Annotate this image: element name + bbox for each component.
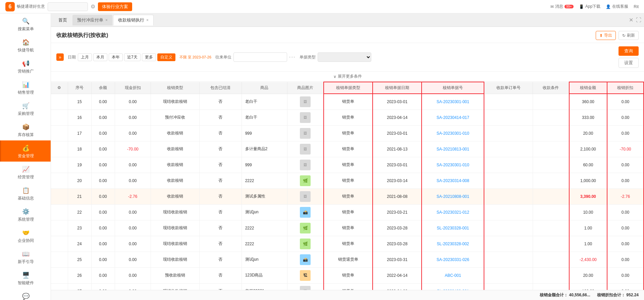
sidebar-item-guide[interactable]: 📖 新手引导	[0, 246, 51, 267]
sidebar-item-nav[interactable]: 🏠 快捷导航	[0, 35, 51, 56]
maximize-action[interactable]: ⛶	[636, 17, 641, 23]
cell-verify-no[interactable]: SA-20230301-010	[422, 157, 484, 173]
sidebar-item-finance[interactable]: 💰 资金管理	[0, 140, 51, 162]
cell-verify-no[interactable]: SL-20230328-002	[422, 236, 484, 252]
table-footer: 核销金额合计： 40,556,66... 核销折扣合计： 952.24	[51, 290, 644, 300]
cell-verify-no[interactable]: SA-20230314-008	[422, 173, 484, 188]
search-input[interactable]	[48, 2, 88, 11]
cell-no: 16	[68, 110, 91, 125]
export-button[interactable]: ⬆ 导出	[596, 31, 616, 40]
cell-verify-date: 2023-04-14	[373, 110, 422, 125]
sidebar-item-wechat[interactable]: 💬 企业微信	[0, 289, 51, 300]
cell-settings	[51, 94, 68, 110]
verify-no-link[interactable]: SA-20230414-017	[437, 115, 469, 120]
cell-settings	[51, 220, 68, 236]
search-icon: 🔍	[22, 17, 30, 25]
cell-no: 20	[68, 173, 91, 188]
col-receipt-condition: 收款条件	[533, 82, 569, 94]
verify-no-link[interactable]: SL-20230328-001	[437, 226, 469, 230]
sidebar-item-operation[interactable]: 📈 经营管理	[0, 162, 51, 183]
cell-verify-no[interactable]: SA-20230321-012	[422, 204, 484, 220]
cell-settings	[51, 141, 68, 157]
wechat-icon: 💬	[22, 293, 30, 300]
table-container[interactable]: ⚙ 序号 余额 现金折扣 核销类型 包含已结清 商品 商品图片 核销单据类型 核…	[51, 82, 644, 290]
sidebar-item-search[interactable]: 🔍 搜索菜单	[0, 13, 51, 35]
verify-no-link[interactable]: SA-20230301-010	[437, 131, 469, 136]
sidebar-item-label: 新手引导	[18, 259, 34, 265]
query-button[interactable]: 查询	[619, 46, 639, 56]
settings-button[interactable]: 设置	[619, 58, 639, 68]
sidebar-item-purchase[interactable]: 🛒 采购管理	[0, 98, 51, 119]
cell-verify-doc-type: 销货单	[324, 236, 373, 252]
sidebar-item-corp[interactable]: 🤝 企业协同	[0, 225, 51, 246]
verify-no-link[interactable]: SA-20230331-026	[437, 257, 469, 262]
verify-no-link[interactable]: SA-20210808-001	[437, 194, 469, 199]
verify-no-link[interactable]: SA-20230301-001	[437, 99, 469, 104]
filter-toggle-btn[interactable]: »	[56, 53, 64, 61]
expand-conditions-btn[interactable]: ∨ 展开更多条件	[333, 74, 362, 79]
cell-no: 19	[68, 157, 91, 173]
doc-type-select[interactable]	[318, 52, 371, 62]
cell-verify-date: 2023-03-01	[373, 125, 422, 141]
date-more[interactable]: 更多	[142, 53, 156, 61]
tab-prepay[interactable]: 预付冲应付单 ×	[72, 15, 112, 26]
user-label: Rit	[634, 4, 639, 9]
date-cur-year[interactable]: 本年	[109, 53, 123, 61]
sidebar-item-marketing[interactable]: 📢 营销推广	[0, 56, 51, 77]
cell-verify-no[interactable]: SA-20230331-026	[422, 252, 484, 267]
close-tab-action[interactable]: ✕	[629, 17, 633, 23]
solution-btn[interactable]: 体验行业方案	[98, 2, 132, 11]
sidebar-item-stock[interactable]: 📦 库存核算	[0, 119, 51, 140]
cell-verify-no[interactable]: SL-20230408-001	[422, 283, 484, 290]
verify-no-link[interactable]: SA-20230321-012	[437, 210, 469, 215]
data-table: ⚙ 序号 余额 现金折扣 核销类型 包含已结清 商品 商品图片 核销单据类型 核…	[51, 82, 644, 290]
verify-no-link[interactable]: SL-20230328-002	[437, 242, 469, 246]
app-download-btn[interactable]: 📱 App下载	[579, 4, 600, 9]
verify-no-link[interactable]: SA-20230301-010	[437, 163, 469, 167]
sidebar-item-label: 系统管理	[18, 217, 34, 222]
cell-balance: 0.00	[91, 94, 115, 110]
cell-verify-no[interactable]: SA-20210808-001	[422, 188, 484, 204]
cell-verify-amount: -2,430.00	[569, 252, 607, 267]
tab-prepay-close[interactable]: ×	[105, 18, 108, 23]
col-settings[interactable]: ⚙	[51, 82, 68, 94]
tab-collect-close[interactable]: ×	[146, 18, 149, 23]
refresh-button[interactable]: ↻ 刷新	[619, 31, 639, 40]
verify-no-link[interactable]: ABC-001	[445, 273, 461, 278]
cell-receipt-condition	[533, 94, 569, 110]
cell-product: 多计量商品2	[241, 141, 287, 157]
date-prev-month[interactable]: 上月	[78, 53, 92, 61]
sidebar-item-hardware[interactable]: 🖥️ 智能硬件	[0, 267, 51, 289]
date-7days[interactable]: 近7天	[124, 53, 141, 61]
tab-bar: 首页 预付冲应付单 × 收款核销执行 × ✕ ⛶	[51, 13, 644, 27]
cell-verify-no[interactable]: SA-20230301-010	[422, 125, 484, 141]
cell-verify-no[interactable]: ABC-001	[422, 267, 484, 283]
counterpart-input[interactable]	[233, 52, 287, 62]
message-btn[interactable]: ✉ 消息 99+	[550, 4, 574, 9]
date-custom[interactable]: 自定义	[157, 53, 175, 61]
tab-collect[interactable]: 收款核销执行 ×	[113, 15, 154, 26]
sidebar-item-sales[interactable]: 📊 销售管理	[0, 77, 51, 98]
col-product: 商品	[241, 82, 287, 94]
cell-no: 26	[68, 267, 91, 283]
cell-verify-date: 2023-03-28	[373, 236, 422, 252]
service-icon: 👤	[606, 4, 611, 9]
sidebar-item-basic[interactable]: 📋 基础信息	[0, 183, 51, 204]
verify-no-link[interactable]: SA-20210813-001	[437, 147, 469, 152]
cell-verify-no[interactable]: SA-20230301-001	[422, 94, 484, 110]
verify-no-link[interactable]: SA-20230314-008	[437, 178, 469, 183]
tab-home[interactable]: 首页	[54, 15, 72, 26]
cell-verify-no[interactable]: SA-20210813-001	[422, 141, 484, 157]
sidebar-item-system[interactable]: ⚙️ 系统管理	[0, 204, 51, 225]
date-cur-month[interactable]: 本月	[93, 53, 107, 61]
cell-cash-discount: 0.00	[115, 267, 151, 283]
cell-verify-no[interactable]: SA-20230414-017	[422, 110, 484, 125]
cell-included-settled: 否	[199, 141, 241, 157]
cell-receipt-order-no	[484, 283, 533, 290]
cell-verify-no[interactable]: SL-20230328-001	[422, 220, 484, 236]
corp-icon: 🤝	[22, 229, 30, 237]
gear-button[interactable]: ⚙	[91, 3, 95, 10]
cell-balance: 0.00	[91, 173, 115, 188]
online-service-btn[interactable]: 👤 在线客服	[606, 4, 628, 9]
user-name[interactable]: Rit	[634, 4, 639, 9]
